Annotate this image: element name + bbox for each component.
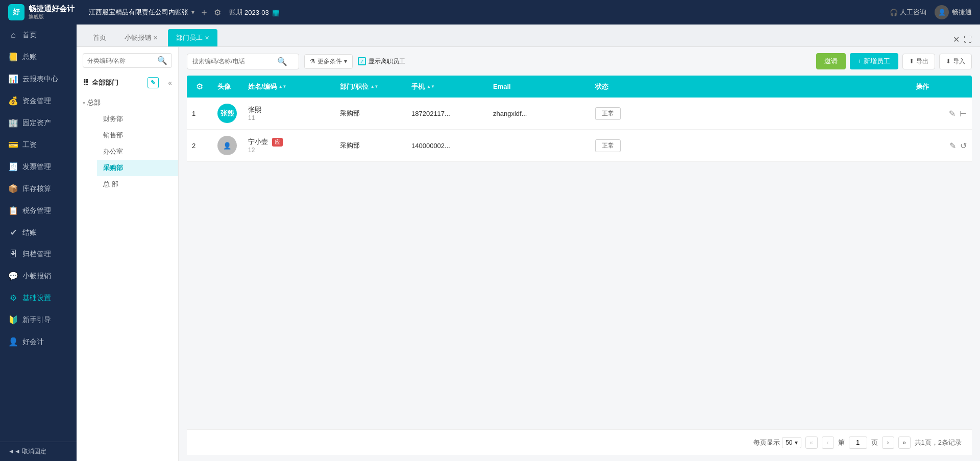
row2-name: 宁小壹 — [248, 137, 268, 147]
row2-delete-icon[interactable]: ↺ — [960, 141, 967, 151]
employee-table: ⚙ 头像 姓名/编码 ▲▼ 部门/职位 ▲▼ 手机 — [187, 76, 972, 429]
row1-actions: ✎ ⊢ — [911, 103, 972, 125]
sidebar-item-inventory[interactable]: 📦 库存核算 — [0, 178, 77, 200]
row2-dept: 采购部 — [335, 135, 406, 156]
dept-search-icon: 🔍 — [157, 56, 167, 65]
department-panel: 🔍 ⠿ 全部部门 ✎ « ▾ 总部 — [77, 47, 179, 461]
per-page-dropdown[interactable]: 50 ▾ — [782, 437, 801, 448]
main-layout: ⌂ 首页 📒 总账 📊 云报表中心 💰 资金管理 🏢 固定资产 💳 工资 🧾 发… — [0, 25, 980, 461]
salary-icon: 💳 — [8, 140, 18, 150]
row1-status-tag: 正常 — [595, 107, 621, 120]
close-window-icon[interactable]: ✕ — [953, 35, 960, 44]
last-page-button[interactable]: » — [898, 436, 911, 449]
employee-search-input[interactable] — [192, 58, 274, 65]
first-page-button[interactable]: « — [805, 436, 818, 449]
avatar-icon: 👤 — [938, 9, 946, 16]
pagination: 每页显示 50 ▾ « ‹ 第 页 — [187, 429, 972, 455]
sidebar-item-staff[interactable]: 👤 好会计 — [0, 331, 77, 353]
sidebar-item-ledger[interactable]: 📒 总账 — [0, 46, 77, 68]
guide-icon: 🔰 — [8, 315, 18, 325]
expand-arrow: ▾ — [83, 100, 85, 106]
avatar-ning: 👤 — [217, 136, 237, 155]
employee-search-box[interactable]: 🔍 — [187, 54, 299, 69]
close-xiaochang-tab[interactable]: ✕ — [153, 35, 158, 41]
add-employee-button[interactable]: + 新增员工 — [850, 53, 898, 69]
row2-email — [488, 139, 590, 152]
dept-node-sales[interactable]: 销售部 — [97, 127, 178, 143]
sidebar-item-invoice[interactable]: 🧾 发票管理 — [0, 156, 77, 178]
checkout-icon: ✔ — [8, 228, 18, 237]
settings-icon[interactable]: ⚙ — [214, 8, 221, 17]
row2-index: 2 — [187, 136, 212, 156]
sidebar-item-assets[interactable]: 🏢 固定资产 — [0, 112, 77, 134]
dept-node-hq2[interactable]: 总 部 — [97, 176, 178, 192]
th-name-code[interactable]: 姓名/编码 ▲▼ — [243, 76, 335, 98]
sidebar-item-xiaochang-exp[interactable]: 💬 小畅报销 — [0, 265, 77, 287]
row1-name: 张熙 — [248, 105, 330, 114]
table-row: 1 张熙 张熙 11 — [187, 98, 972, 130]
invite-button[interactable]: 邀请 — [816, 53, 846, 69]
table-settings-icon[interactable]: ⚙ — [187, 76, 212, 98]
sidebar-item-reports[interactable]: 📊 云报表中心 — [0, 68, 77, 90]
sidebar-item-archive[interactable]: 🗄 归档管理 — [0, 244, 77, 265]
tab-dept-employee[interactable]: 部门员工 ✕ — [168, 29, 217, 46]
filter-more-button[interactable]: ⚗ 更多条件 ▾ — [304, 54, 353, 69]
dept-search-box[interactable]: 🔍 — [83, 53, 172, 68]
tab-xiaochang[interactable]: 小畅报销 ✕ — [116, 29, 166, 46]
all-depts-label: 全部部门 — [92, 78, 118, 87]
sort-icon-dept: ▲▼ — [371, 84, 379, 89]
maximize-window-icon[interactable]: ⛶ — [964, 35, 972, 44]
import-button[interactable]: ⬇ 导入 — [939, 54, 972, 69]
sidebar-item-salary[interactable]: 💳 工资 — [0, 134, 77, 156]
dept-node-purchase[interactable]: 采购部 — [97, 160, 178, 176]
tab-home[interactable]: 首页 — [85, 29, 114, 46]
dept-node-office[interactable]: 办公室 — [97, 143, 178, 160]
sidebar-item-guide[interactable]: 🔰 新手引导 — [0, 309, 77, 331]
funds-icon: 💰 — [8, 96, 18, 106]
dept-collapse-icon[interactable]: « — [168, 79, 172, 87]
row2-phone: 140000002... — [406, 136, 488, 156]
th-dept-pos[interactable]: 部门/职位 ▲▼ — [335, 76, 406, 98]
tab-bar: 首页 小畅报销 ✕ 部门员工 ✕ ✕ ⛶ — [77, 25, 980, 47]
sidebar-item-funds[interactable]: 💰 资金管理 — [0, 90, 77, 112]
tab-window-controls: ✕ ⛶ — [953, 35, 972, 46]
close-dept-tab[interactable]: ✕ — [205, 35, 209, 41]
app-logo-text: 畅捷通好会计 旗舰版 — [29, 4, 75, 20]
all-depts-header[interactable]: ⠿ 全部部门 ✎ « — [77, 73, 178, 92]
row1-exit-icon[interactable]: ⊢ — [960, 109, 967, 118]
row2-badge: 应 — [272, 138, 283, 147]
next-page-button[interactable]: › — [882, 436, 894, 449]
sidebar-item-checkout[interactable]: ✔ 结账 — [0, 222, 77, 244]
row1-edit-icon[interactable]: ✎ — [949, 109, 955, 118]
cancel-fixed-button[interactable]: ◄◄ 取消固定 — [0, 442, 77, 461]
calendar-icon[interactable]: ▦ — [272, 8, 280, 17]
employee-panel: 🔍 ⚗ 更多条件 ▾ ✓ 显示离职员工 邀请 + 新增员工 — [179, 47, 980, 461]
dept-node-finance[interactable]: 财务部 — [97, 111, 178, 127]
row1-phone: 187202117... — [406, 104, 488, 124]
company-dropdown-icon: ▾ — [191, 9, 194, 16]
dept-search-input[interactable] — [87, 57, 155, 64]
user-area[interactable]: 👤 畅捷通 — [935, 5, 972, 19]
dept-edit-icon[interactable]: ✎ — [148, 77, 159, 88]
sidebar-item-tax[interactable]: 📋 税务管理 — [0, 200, 77, 222]
th-phone[interactable]: 手机 ▲▼ — [406, 76, 488, 98]
company-selector[interactable]: 江西服宝精品有限责任公司内账张 ▾ — [89, 8, 194, 17]
dept-node-hq[interactable]: ▾ 总部 — [77, 94, 178, 111]
sidebar-item-home[interactable]: ⌂ 首页 — [0, 25, 77, 46]
page-number-input[interactable] — [849, 436, 867, 449]
export-button[interactable]: ⬆ 导出 — [902, 54, 935, 69]
sort-icon-phone: ▲▼ — [427, 84, 435, 89]
row2-edit-icon[interactable]: ✎ — [949, 141, 956, 151]
department-tree: ▾ 总部 财务部 销售部 办公室 — [77, 92, 178, 195]
dept-grid-icon: ⠿ — [83, 78, 89, 88]
prev-page-button[interactable]: ‹ — [822, 436, 834, 449]
per-page-select: 每页显示 50 ▾ — [753, 437, 801, 448]
sidebar: ⌂ 首页 📒 总账 📊 云报表中心 💰 资金管理 🏢 固定资产 💳 工资 🧾 发… — [0, 25, 77, 461]
resigned-checkbox-icon: ✓ — [358, 57, 366, 65]
service-button[interactable]: 🎧 人工咨询 — [890, 8, 926, 17]
toolbar-right: 邀请 + 新增员工 ⬆ 导出 ⬇ 导入 — [816, 53, 972, 69]
show-resigned-toggle[interactable]: ✓ 显示离职员工 — [358, 57, 405, 66]
sidebar-item-basic[interactable]: ⚙ 基础设置 — [0, 287, 77, 309]
filter-icon: ⚗ — [310, 58, 315, 65]
add-company-icon[interactable]: ＋ — [200, 6, 209, 18]
